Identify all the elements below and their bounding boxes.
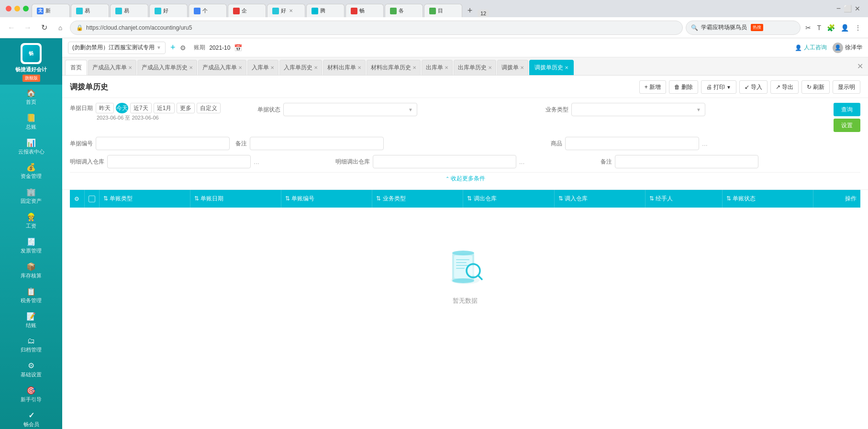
sidebar-item-invoice[interactable]: 🧾 发票管理 (0, 233, 62, 258)
address-bar[interactable]: 🔒 https://cloud.chanjet.com/accounting/u… (70, 21, 683, 35)
extensions-icon[interactable]: 🧩 (825, 22, 837, 33)
goods-ellipsis-btn[interactable]: ... (702, 140, 708, 147)
new-company-btn[interactable]: + (169, 43, 177, 53)
tab-close-t11[interactable]: ✕ (565, 65, 568, 70)
export-btn[interactable]: ↗ 导出 (770, 80, 799, 94)
date-yesterday-btn[interactable]: 昨天 (96, 103, 114, 113)
collapse-btn[interactable]: ⌃ 收起更多条件 (445, 175, 485, 183)
tab-close-t9[interactable]: ✕ (488, 65, 492, 70)
browser-tab-2[interactable]: 易 (71, 4, 109, 17)
note-input[interactable] (615, 155, 758, 168)
date-week-btn[interactable]: 近7天 (130, 103, 152, 113)
sidebar-item-capital[interactable]: 💰 资金管理 (0, 159, 62, 184)
tab-t4[interactable]: 入库单 ✕ (247, 60, 278, 75)
tab-t6[interactable]: 材料出库单 ✕ (323, 60, 366, 75)
tab-close-t7[interactable]: ✕ (412, 65, 416, 70)
sidebar-item-assets[interactable]: 🏢 固定资产 (0, 184, 62, 209)
tab-t10[interactable]: 调拨单 ✕ (497, 60, 528, 75)
calendar-icon[interactable]: 📅 (234, 44, 242, 52)
browser-tab-1[interactable]: 文 新 (32, 4, 70, 17)
tab-t1[interactable]: 产成品入库单 ✕ (88, 60, 136, 75)
col-in-warehouse-header[interactable]: ⇅ 调入仓库 (554, 190, 645, 208)
browser-tab-3[interactable]: 易 (110, 4, 148, 17)
col-doc-date-header[interactable]: ⇅ 单账日期 (190, 190, 281, 208)
home-nav-btn[interactable]: ⌂ (54, 21, 67, 34)
header-checkbox[interactable] (89, 196, 95, 202)
col-doc-number-header[interactable]: ⇅ 单账编号 (281, 190, 372, 208)
close-all-tabs-btn[interactable]: ✕ (855, 60, 865, 73)
date-custom-btn[interactable]: 自定义 (197, 103, 221, 113)
menu-icon[interactable]: ⋮ (853, 22, 863, 33)
tab-close-t2[interactable]: ✕ (189, 65, 193, 70)
new-tab-btn[interactable]: + (463, 4, 477, 17)
tab-t8[interactable]: 出库单 ✕ (422, 60, 453, 75)
col-settings-header[interactable]: ⚙ (70, 190, 84, 208)
status-select[interactable]: ▼ (283, 103, 417, 116)
tab-t11-active[interactable]: 调拨单历史 ✕ (529, 60, 574, 75)
sidebar-item-basic[interactable]: ⚙ 基础设置 (0, 357, 62, 382)
close-window-btn[interactable]: ✕ (855, 5, 860, 12)
print-btn[interactable]: 🖨 打印 ▼ (701, 80, 736, 94)
sidebar-item-ledger[interactable]: 📒 总账 (0, 110, 62, 134)
sidebar-item-inventory[interactable]: 📦 库存核算 (0, 258, 62, 283)
service-btn[interactable]: 👤 人工咨询 (795, 44, 827, 52)
settings-filter-btn[interactable]: 设置 (834, 119, 860, 132)
browser-tab-4[interactable]: 好 (149, 4, 188, 17)
doc-number-input[interactable] (96, 137, 230, 150)
sidebar-item-settle[interactable]: 📝 结账 (0, 308, 62, 333)
sidebar-item-home[interactable]: 🏠 首页 (0, 85, 62, 110)
detail-out-input[interactable] (373, 155, 516, 168)
period-value[interactable]: 2021-10 (209, 44, 230, 51)
minimize-btn[interactable]: − (836, 4, 841, 13)
new-btn[interactable]: + 新增 (639, 80, 666, 94)
tab-t3[interactable]: 产成品入库单 ✕ (198, 60, 246, 75)
back-btn[interactable]: ← (5, 21, 18, 34)
sidebar-item-guide[interactable]: 🎯 新手引导 (0, 382, 62, 407)
reload-btn[interactable]: ↻ (37, 21, 51, 34)
maximize-btn[interactable]: ⬜ (844, 5, 852, 12)
tab-t9[interactable]: 出库单历史 ✕ (454, 60, 496, 75)
tab-close-t1[interactable]: ✕ (128, 65, 132, 70)
browser-tab-7[interactable]: 好 ✕ (267, 4, 305, 17)
remark-input[interactable] (250, 137, 384, 150)
col-doc-status-header[interactable]: ⇅ 单账状态 (722, 190, 813, 208)
sidebar-item-tax[interactable]: 📋 税务管理 (0, 283, 62, 308)
show-cols-btn[interactable]: 显示明 (833, 80, 860, 94)
tab-close-7[interactable]: ✕ (289, 8, 293, 13)
col-business-type-header[interactable]: ⇅ 业务类型 (372, 190, 463, 208)
date-more-btn[interactable]: 更多 (177, 103, 195, 113)
company-selector[interactable]: (勿删勿禁用）江西服宝测试专用 ▼ (68, 42, 166, 54)
sidebar-item-wages[interactable]: 👷 工资 (0, 209, 62, 233)
browser-tab-6[interactable]: 企 (228, 4, 266, 17)
browser-tab-5[interactable]: 个 (189, 4, 227, 17)
browser-tab-8[interactable]: 腾 (306, 4, 345, 17)
detail-in-ellipsis-btn[interactable]: ... (254, 158, 259, 165)
sidebar-item-member[interactable]: ✓ 畅会员 (0, 407, 62, 429)
tab-close-t3[interactable]: ✕ (238, 65, 242, 70)
tab-close-t6[interactable]: ✕ (357, 65, 361, 70)
sidebar-item-reports[interactable]: 📊 云报表中心 (0, 134, 62, 159)
browser-search-bar[interactable]: 🔍 学霸应聘场驱鸟员 热搜 (686, 21, 801, 35)
refresh-btn[interactable]: ↻ 刷新 (801, 80, 830, 94)
tab-close-t4[interactable]: ✕ (270, 65, 274, 70)
tab-home[interactable]: 首页 (65, 60, 87, 75)
translate-icon[interactable]: T (815, 22, 823, 33)
col-out-warehouse-header[interactable]: ⇅ 调出仓库 (463, 190, 554, 208)
account-icon[interactable]: 👤 (839, 22, 851, 33)
scissors-icon[interactable]: ✂ (803, 22, 813, 33)
tab-close-t5[interactable]: ✕ (314, 65, 318, 70)
forward-btn[interactable]: → (21, 21, 34, 34)
goods-input[interactable] (565, 137, 699, 150)
tab-close-t10[interactable]: ✕ (520, 65, 524, 70)
tab-close-t8[interactable]: ✕ (445, 65, 448, 70)
col-checkbox-header[interactable] (84, 190, 99, 208)
browser-tab-11[interactable]: 目 (424, 4, 462, 17)
delete-btn[interactable]: 🗑 删除 (669, 80, 698, 94)
browser-tab-9[interactable]: 畅 (345, 4, 384, 17)
col-doc-type-header[interactable]: ⇅ 单账类型 (99, 190, 190, 208)
user-info[interactable]: 👤 徐泽华 (833, 43, 862, 53)
query-btn[interactable]: 查询 (834, 103, 860, 116)
date-month-btn[interactable]: 近1月 (154, 103, 175, 113)
detail-in-input[interactable] (107, 155, 251, 168)
detail-out-ellipsis-btn[interactable]: ... (519, 158, 525, 165)
